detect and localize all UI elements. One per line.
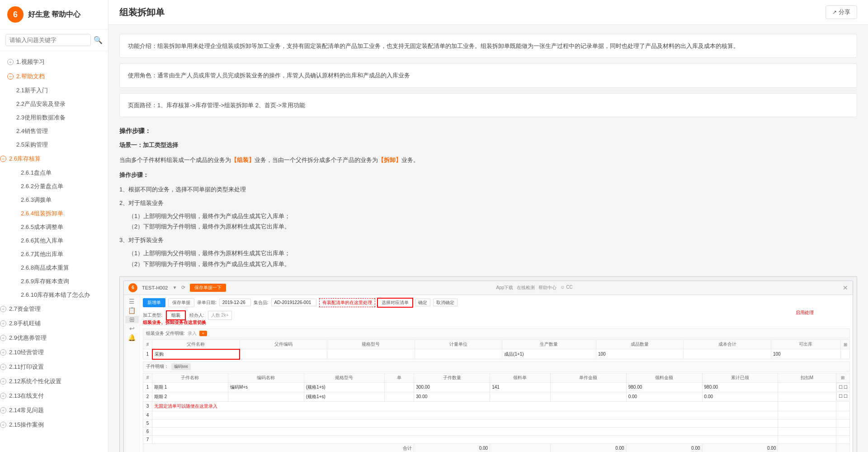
nav-item-coupon[interactable]: + 2.9优惠券管理 <box>0 331 108 345</box>
table-row: 5 <box>143 419 850 427</box>
step2-sub1: （1）上部明细为父件明细，最终作为产成品生成其它入库单； <box>119 211 857 221</box>
mock-bom-select: 选择对应清单 <box>377 298 413 308</box>
nav-item-print[interactable]: + 2.11打印设置 <box>0 360 108 374</box>
brand-name: 好生意 帮助中心 <box>28 10 80 19</box>
nav-item-cases[interactable]: + 2.15操作案例 <box>0 418 108 432</box>
cases-expand-icon: + <box>0 422 6 428</box>
path-text: 页面路径：1、库存核算->库存管理->组装拆卸单 2、首页->常用功能 <box>128 102 305 109</box>
role-box: 使用角色：通常由生产人员或库管人员完成拆装业务的操作，库管人员确认原材料的出库和… <box>119 63 857 87</box>
mock-close-btn: ✕ <box>843 284 848 291</box>
system-expand-icon: + <box>0 378 6 385</box>
mock-link-diagnose: 在线检测 <box>517 285 535 291</box>
nav-item-system[interactable]: + 2.12系统个性化设置 <box>0 374 108 389</box>
table-row: 6 <box>143 427 850 435</box>
nav-item-payment-label: 2.13在线支付 <box>9 392 44 400</box>
table-row: 4 <box>143 411 850 419</box>
steps-section: 操作步骤： 场景一：加工类型选择 当由多个子件材料组装成一个成品的业务为【组装】… <box>119 123 857 272</box>
sidebar-item-sales[interactable]: 2.4销售管理 <box>16 124 108 138</box>
nav-item-faq[interactable]: + 2.14常见问题 <box>0 403 108 418</box>
nav-item-mobile[interactable]: + 2.8手机旺铺 <box>0 316 108 331</box>
print-expand-icon: + <box>0 364 6 370</box>
sidebar-item-transfer[interactable]: 2.6.3调拨单 <box>21 193 108 207</box>
nav-item-ops[interactable]: + 2.10经营管理 <box>0 345 108 360</box>
mock-nav-icon-4: ↩ <box>129 325 135 332</box>
nav-item-video[interactable]: + 1.视频学习 <box>0 55 108 69</box>
nav-item-payment[interactable]: + 2.13在线支付 <box>0 389 108 403</box>
mobile-expand-icon: + <box>0 320 6 327</box>
mock-left-nav: ☰ 📋 ⊞ ↩ 🔔 <box>124 295 140 452</box>
sidebar-item-new-user[interactable]: 2.1新手入门 <box>16 84 108 97</box>
mock-body: ☰ 📋 ⊞ ↩ 🔔 新增单 保存单据 录单日期: <box>124 295 853 452</box>
role-text: 使用角色：通常由生产人员或库管人员完成拆装业务的操作，库管人员确认原材料的出库和… <box>128 72 410 79</box>
step2-sub2: （2）下部明细为子件明细，最终作为原材料生成其它出库单。 <box>119 221 857 232</box>
mock-tab-save: 保存单据 <box>168 298 194 307</box>
nav-item-mobile-label: 2.8手机旺铺 <box>9 319 41 328</box>
sidebar-item-other-in[interactable]: 2.6.6其他入库单 <box>21 234 108 247</box>
search-button[interactable]: 🔍 <box>94 36 103 44</box>
nav-item-help-docs[interactable]: − 2.帮助文档 <box>0 69 108 84</box>
expand-icon: + <box>7 59 14 65</box>
mock-date-input: 2019-12-26 <box>219 299 251 306</box>
mock-callout-enable: 启用处理 <box>796 309 814 316</box>
ops-expand-icon: + <box>0 349 6 356</box>
mock-app-id: TEST-H002 <box>142 285 168 290</box>
page-title: 组装拆卸单 <box>119 6 165 19</box>
nav-item-finance[interactable]: + 2.7资金管理 <box>0 302 108 316</box>
mock-ref-label: 集合品: <box>254 300 269 306</box>
nav-item-help-docs-label: 2.帮助文档 <box>16 72 45 81</box>
sidebar-item-assembly[interactable]: 2.6.4组装拆卸单 <box>21 207 108 220</box>
mock-header-links: App下载 在线检测 帮助中心 ☺ CC <box>496 285 573 291</box>
sidebar-item-stocktake[interactable]: 2.6.1盘点单 <box>21 166 108 180</box>
search-input[interactable] <box>5 34 91 46</box>
step3-sub1: （1）上部明细为父件明细，最终作为原材料生成其它出库单； <box>119 248 857 258</box>
mock-tab-new: 新增单 <box>143 298 165 307</box>
logo-area: 6 好生意 帮助中心 <box>0 0 108 29</box>
sidebar-item-cost-adjust[interactable]: 2.6.5成本调整单 <box>21 220 108 234</box>
mock-bottom-table-wrapper: 子件明细： 编码M4 # 子件名称 编码名称 <box>143 362 850 452</box>
table-row: 7 <box>143 435 850 443</box>
sidebar-item-purchase[interactable]: 2.5采购管理 <box>16 138 108 152</box>
screenshot: 6 TEST-H002 ▼ ⟳ 保存单据一下 App下载 在线检测 帮助中心 ☺… <box>119 276 857 452</box>
mock-nav-icon-1: ☰ <box>129 298 135 305</box>
mock-primary-btn: 保存单据一下 <box>190 284 226 292</box>
sidebar-item-data-prep[interactable]: 2.3使用前数据准备 <box>16 111 108 124</box>
nav-item-system-label: 2.12系统个性化设置 <box>9 377 61 385</box>
mock-person-label: 经办人: <box>189 312 204 319</box>
mock-main-area: 新增单 保存单据 录单日期: 2019-12-26 集合品: AD-201912… <box>140 295 853 452</box>
mock-window: 6 TEST-H002 ▼ ⟳ 保存单据一下 App下载 在线检测 帮助中心 ☺… <box>123 281 853 452</box>
scene1-desc: 当由多个子件材料组装成一个成品的业务为【组装】业务，当由一个父件拆分成多个子产品… <box>119 155 857 166</box>
mock-action-btns: 确定 取消确定 <box>415 300 458 306</box>
sidebar-item-cost-recalc[interactable]: 2.6.8商品成本重算 <box>21 261 108 275</box>
step2: 2、对于组装业务 <box>119 198 857 208</box>
nav-item-coupon-label: 2.9优惠券管理 <box>9 334 47 342</box>
mock-logo: 6 <box>128 283 137 292</box>
mock-bottom-table: # 子件名称 编码名称 规格型号 单 子件数量 领料单 单件金额 <box>143 373 850 452</box>
sidebar-item-install[interactable]: 2.2产品安装及登录 <box>16 97 108 111</box>
faq-expand-icon: + <box>0 407 6 414</box>
mock-type-row: 加工类型: 组装 经办人: 人数 2k+ 组装业务、拆卸业务在这里切换 启用处理 <box>143 310 850 320</box>
steps-heading: 操作步骤： <box>119 127 857 135</box>
mock-callout-switch: 组装业务、拆卸业务在这里切换 <box>143 319 206 326</box>
step3: 3、对于拆装业务 <box>119 235 857 245</box>
mock-annotation-area-1: 有装配清单的在这里处理 选择对应清单 确定 取消确定 <box>319 298 458 308</box>
mock-link-app: App下载 <box>496 285 514 291</box>
logo-icon: 6 <box>7 6 24 23</box>
table-row: 2 期期 2 (规格1+s) 30.00 <box>143 392 850 401</box>
sidebar-item-other-out[interactable]: 2.6.7其他出库单 <box>21 247 108 261</box>
share-label: 分享 <box>839 8 850 16</box>
scene1-heading: 场景一：加工类型选择 <box>119 140 857 151</box>
inventory-collapse-icon: − <box>0 156 6 162</box>
nav-item-finance-label: 2.7资金管理 <box>9 305 41 313</box>
path-box: 页面路径：1、库存核算->库存管理->组装拆卸单 2、首页->常用功能 <box>119 93 857 117</box>
content-area: 功能介绍：组装拆卸单用来处理企业组装或拆卸等加工业务，支持有固定装配清单的产品加… <box>108 25 868 452</box>
sidebar-item-ledger-fix[interactable]: 2.6.10库存账本错了怎么办 <box>21 288 108 302</box>
nav-item-inventory[interactable]: − 2.6库存核算 <box>0 152 108 166</box>
sidebar-item-partial-stocktake[interactable]: 2.6.2分量盘点单 <box>21 180 108 193</box>
share-button[interactable]: ↗ 分享 <box>826 5 857 19</box>
table-row: 1 期期 1 编码M+s (规格1+s) 300.00 141 <box>143 382 850 392</box>
mock-toolbar: 新增单 保存单据 录单日期: 2019-12-26 集合品: AD-201912… <box>143 298 850 308</box>
mock-type-selector: 组装 <box>166 310 186 320</box>
mock-link-user: ☺ CC <box>560 285 572 291</box>
sidebar-item-ledger[interactable]: 2.6.9库存账本查询 <box>21 275 108 288</box>
step1: 1、根据不同的业务，选择不同单据的类型来处理 <box>119 184 857 195</box>
